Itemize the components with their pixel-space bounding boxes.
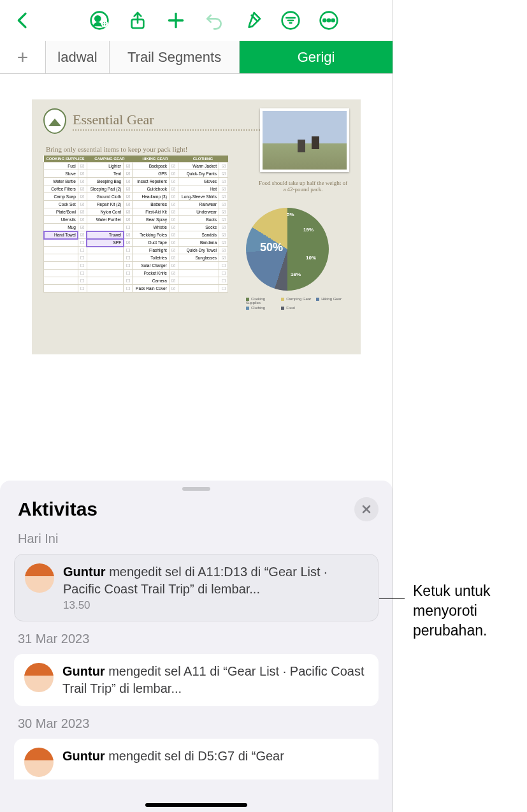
table-cell[interactable] [178,270,219,277]
checkbox-cell[interactable]: ☑ [169,185,178,193]
checkbox-cell[interactable]: ☑ [219,224,228,231]
checkbox-cell[interactable]: ☑ [219,193,228,201]
tab-trail-segments[interactable]: Trail Segments [110,41,240,73]
checkbox-cell[interactable]: ☑ [169,170,178,178]
table-cell[interactable]: Lighter [87,163,123,170]
table-cell[interactable]: Hand Towel [44,231,78,239]
table-cell[interactable] [44,247,78,254]
checkbox-cell[interactable]: ☐ [78,254,87,262]
spreadsheet-canvas[interactable]: Essential Gear Bring only essential item… [0,74,393,482]
table-cell[interactable] [87,247,123,254]
checkbox-cell[interactable]: ☑ [219,208,228,216]
checkbox-cell[interactable]: ☑ [219,216,228,224]
table-cell[interactable]: Long-Sleeve Shirts [178,193,219,201]
table-cell[interactable]: Camp Soap [44,193,78,201]
table-cell[interactable]: Rainwear [178,201,219,208]
add-icon[interactable] [157,5,195,36]
checkbox-cell[interactable]: ☑ [124,193,133,201]
table-cell[interactable]: GPS [133,170,170,178]
checkbox-cell[interactable]: ☐ [219,285,228,293]
checkbox-cell[interactable]: ☑ [219,231,228,239]
checkbox-cell[interactable]: ☑ [219,185,228,193]
checkbox-cell[interactable]: ☐ [219,270,228,277]
home-indicator[interactable] [145,803,247,807]
tab-jadwal[interactable]: ladwal [46,41,110,73]
checkbox-cell[interactable]: ☑ [169,247,178,254]
table-cell[interactable]: Quick-Dry Towel [178,247,219,254]
table-cell[interactable]: Water Bottle [44,178,78,185]
checkbox-cell[interactable]: ☑ [78,201,87,208]
checkbox-cell[interactable]: ☑ [124,170,133,178]
checkbox-cell[interactable]: ☐ [78,239,87,247]
close-button[interactable] [354,497,379,521]
table-cell[interactable]: Sleeping Bag [87,178,123,185]
checkbox-cell[interactable]: ☑ [124,239,133,247]
table-cell[interactable]: Batteries [133,201,170,208]
table-cell[interactable] [87,254,123,262]
table-cell[interactable]: Trekking Poles [133,231,170,239]
checkbox-cell[interactable]: ☑ [169,277,178,285]
checkbox-cell[interactable]: ☑ [169,193,178,201]
checkbox-cell[interactable]: ☐ [219,277,228,285]
table-cell[interactable]: Sunglasses [178,254,219,262]
table-cell[interactable] [178,285,219,293]
collaborate-icon[interactable] [80,5,119,36]
checkbox-cell[interactable]: ☑ [219,254,228,262]
checkbox-cell[interactable]: ☐ [219,262,228,270]
table-cell[interactable] [178,262,219,270]
checkbox-cell[interactable]: ☑ [169,163,178,170]
table-cell[interactable]: Hat [178,185,219,193]
checkbox-cell[interactable]: ☑ [78,231,87,239]
table-cell[interactable]: Toiletries [133,254,170,262]
activity-item[interactable]: Guntur mengedit sel A11 di “Gear List · … [14,654,379,706]
back-button[interactable] [4,5,42,36]
gear-table[interactable]: COOKING SUPPLIES CAMPING GEAR HIKING GEA… [43,156,228,293]
table-cell[interactable]: First-Aid Kit [133,208,170,216]
table-cell[interactable]: Quick-Dry Pants [178,170,219,178]
panel-grabber[interactable] [182,487,210,491]
table-cell[interactable]: Utensils [44,216,78,224]
table-cell[interactable]: Tent [87,170,123,178]
table-cell[interactable]: Pack Rain Cover [133,285,170,293]
table-cell[interactable]: Trowel [87,231,123,239]
table-cell[interactable] [87,285,123,293]
checkbox-cell[interactable]: ☑ [124,185,133,193]
more-icon[interactable] [310,5,348,36]
table-cell[interactable]: Stove [44,170,78,178]
table-cell[interactable]: Bear Spray [133,216,170,224]
checkbox-cell[interactable]: ☑ [219,201,228,208]
checkbox-cell[interactable]: ☑ [124,178,133,185]
checkbox-cell[interactable]: ☑ [78,208,87,216]
checkbox-cell[interactable]: ☐ [124,277,133,285]
activity-item[interactable]: Guntur mengedit sel di D5:G7 di “Gear [14,739,379,779]
checkbox-cell[interactable]: ☑ [169,285,178,293]
table-cell[interactable]: Guidebook [133,185,170,193]
table-cell[interactable]: Sleeping Pad (2) [87,185,123,193]
activity-item[interactable]: Guntur mengedit sel di A11:D13 di “Gear … [14,554,379,621]
checkbox-cell[interactable]: ☐ [124,247,133,254]
table-cell[interactable]: Underwear [178,208,219,216]
checkbox-cell[interactable]: ☑ [78,224,87,231]
table-cell[interactable]: Bandana [178,239,219,247]
checkbox-cell[interactable]: ☑ [78,193,87,201]
table-cell[interactable] [87,270,123,277]
checkbox-cell[interactable]: ☐ [124,224,133,231]
checkbox-cell[interactable]: ☐ [78,270,87,277]
table-cell[interactable] [87,224,123,231]
checkbox-cell[interactable]: ☑ [169,254,178,262]
table-cell[interactable]: Solar Charger [133,262,170,270]
table-cell[interactable]: Camera [133,277,170,285]
checkbox-cell[interactable]: ☐ [124,262,133,270]
checkbox-cell[interactable]: ☐ [78,285,87,293]
checkbox-cell[interactable]: ☐ [78,277,87,285]
table-cell[interactable] [44,270,78,277]
checkbox-cell[interactable]: ☑ [219,247,228,254]
share-icon[interactable] [119,5,157,36]
table-cell[interactable]: SPF [87,239,123,247]
table-cell[interactable]: Plate/Bowl [44,208,78,216]
table-cell[interactable]: Repair Kit (2) [87,201,123,208]
checkbox-cell[interactable]: ☑ [78,163,87,170]
checkbox-cell[interactable]: ☑ [124,208,133,216]
checkbox-cell[interactable]: ☑ [78,185,87,193]
checkbox-cell[interactable]: ☑ [124,163,133,170]
